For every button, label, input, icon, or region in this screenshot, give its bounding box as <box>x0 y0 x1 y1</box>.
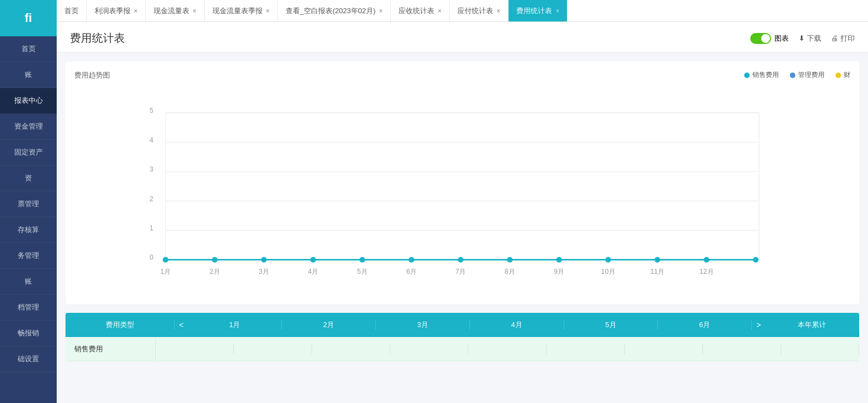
print-icon: 🖨 <box>831 34 838 42</box>
legend-dot-admin <box>790 73 795 78</box>
td-type: 销售费用 <box>65 339 156 360</box>
th-month-3: 3月 <box>376 320 470 330</box>
svg-text:2: 2 <box>150 195 154 203</box>
svg-point-21 <box>556 257 561 262</box>
tab-cashflow[interactable]: 现金流量表 × <box>146 0 205 22</box>
svg-text:2月: 2月 <box>210 268 220 275</box>
close-icon[interactable]: × <box>555 7 559 15</box>
sidebar-item-reports[interactable]: 报表中心 <box>0 88 57 114</box>
td-m1 <box>234 344 312 355</box>
header-actions: 图表 ⬇ 下载 🖨 打印 <box>750 33 855 44</box>
svg-point-19 <box>458 257 463 262</box>
th-month-6: 6月 <box>658 320 752 330</box>
sidebar-item-assets[interactable]: 固定资产 <box>0 140 57 165</box>
chart-toggle[interactable] <box>750 33 771 44</box>
svg-text:12月: 12月 <box>700 268 714 275</box>
sidebar-logo: fi <box>0 0 57 36</box>
svg-text:8月: 8月 <box>505 268 515 275</box>
tab-cashflow-q[interactable]: 现金流量表季报 × <box>205 0 278 22</box>
download-icon: ⬇ <box>799 34 805 42</box>
svg-text:3月: 3月 <box>259 268 269 275</box>
print-button[interactable]: 🖨 打印 <box>831 34 855 43</box>
close-icon[interactable]: × <box>496 7 500 15</box>
close-icon[interactable]: × <box>193 7 196 15</box>
th-type: 费用类型 <box>65 320 174 330</box>
sidebar-item-home[interactable]: 首页 <box>0 36 57 62</box>
sidebar-item-account[interactable]: 账 <box>0 62 57 88</box>
legend-dot-finance <box>836 73 841 78</box>
td-m2 <box>312 344 390 355</box>
sidebar-item-resource[interactable]: 资 <box>0 165 57 191</box>
td-spacer-left <box>156 344 234 355</box>
th-year-total: 本年累计 <box>765 320 859 330</box>
download-button[interactable]: ⬇ 下载 <box>799 34 821 43</box>
th-month-2: 2月 <box>282 320 376 330</box>
svg-text:4月: 4月 <box>308 268 318 275</box>
svg-text:3: 3 <box>150 165 154 173</box>
svg-text:1月: 1月 <box>160 268 171 275</box>
close-icon[interactable]: × <box>379 7 383 15</box>
svg-text:4: 4 <box>150 136 154 144</box>
svg-point-20 <box>507 257 512 262</box>
svg-text:10月: 10月 <box>601 268 615 275</box>
svg-point-23 <box>654 257 660 262</box>
td-spacer-right <box>703 344 781 355</box>
sidebar-item-settings[interactable]: 础设置 <box>0 346 57 372</box>
th-month-5: 5月 <box>564 320 658 330</box>
sidebar-item-funds[interactable]: 资金管理 <box>0 114 57 140</box>
svg-point-14 <box>212 257 217 262</box>
svg-point-18 <box>408 257 414 262</box>
svg-point-13 <box>163 257 168 262</box>
td-m4 <box>468 344 547 355</box>
svg-text:6月: 6月 <box>406 268 417 275</box>
tab-payable[interactable]: 应付统计表 × <box>450 0 509 22</box>
chart-container: 0 1 2 3 4 5 <box>74 85 850 295</box>
td-m3 <box>390 344 468 355</box>
close-icon[interactable]: × <box>134 7 138 15</box>
svg-text:0: 0 <box>150 253 154 261</box>
svg-text:11月: 11月 <box>650 268 664 275</box>
tab-bar: 首页 利润表季报 × 现金流量表 × 现金流量表季报 × 查看_空白报表(202… <box>57 0 868 22</box>
content-area: 费用趋势图 销售费用 管理费用 财 <box>57 53 868 403</box>
th-month-1: 1月 <box>188 320 282 330</box>
tab-blank[interactable]: 查看_空白报表(2023年02月) × <box>278 0 391 22</box>
svg-text:9月: 9月 <box>554 268 564 275</box>
legend-dot-sales <box>744 73 750 78</box>
tab-home[interactable]: 首页 <box>57 0 87 22</box>
sidebar-item-expense[interactable]: 畅报销 <box>0 321 57 346</box>
tab-profit[interactable]: 利润表季报 × <box>87 0 146 22</box>
tab-receivable[interactable]: 应收统计表 × <box>391 0 450 22</box>
legend-finance: 财 <box>836 70 850 80</box>
svg-point-17 <box>359 257 365 262</box>
svg-point-16 <box>310 257 316 262</box>
svg-text:7月: 7月 <box>455 268 466 275</box>
sidebar-item-ledger[interactable]: 账 <box>0 269 57 295</box>
svg-point-15 <box>261 257 266 262</box>
close-icon[interactable]: × <box>438 7 441 15</box>
svg-rect-12 <box>166 113 759 260</box>
svg-text:1: 1 <box>150 224 154 232</box>
chart-toggle-wrap[interactable]: 图表 <box>750 33 789 44</box>
svg-text:5: 5 <box>150 107 154 114</box>
chart-legend: 销售费用 管理费用 财 <box>744 70 850 80</box>
close-icon[interactable]: × <box>266 7 270 15</box>
td-year-total <box>781 344 859 355</box>
th-month-4: 4月 <box>470 320 564 330</box>
chart-title: 费用趋势图 <box>74 70 110 80</box>
next-month-button[interactable]: > <box>752 321 765 329</box>
svg-point-25 <box>753 257 758 262</box>
table-header: 费用类型 < 1月 2月 3月 4月 5月 <box>65 313 859 337</box>
main-content: 首页 利润表季报 × 现金流量表 × 现金流量表季报 × 查看_空白报表(202… <box>57 0 868 403</box>
td-m6 <box>625 344 703 355</box>
sidebar-item-inventory[interactable]: 存核算 <box>0 217 57 243</box>
legend-admin: 管理费用 <box>790 70 825 80</box>
svg-text:5月: 5月 <box>357 268 368 275</box>
trend-chart: 0 1 2 3 4 5 <box>74 85 850 294</box>
tab-expense-active[interactable]: 费用统计表 × <box>509 0 567 22</box>
table-row: 销售费用 <box>65 337 859 361</box>
chart-toggle-label: 图表 <box>774 34 789 43</box>
prev-month-button[interactable]: < <box>174 321 188 329</box>
sidebar-item-archive[interactable]: 档管理 <box>0 295 57 321</box>
sidebar-item-services[interactable]: 务管理 <box>0 243 57 269</box>
sidebar-item-tickets[interactable]: 票管理 <box>0 191 57 217</box>
